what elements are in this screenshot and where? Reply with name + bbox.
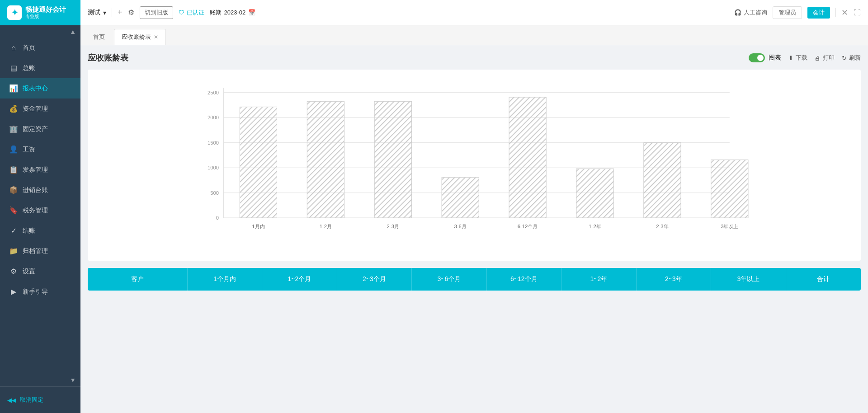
sidebar-item-tax-label: 税务管理: [23, 206, 48, 215]
sidebar-item-payroll-label: 工资: [23, 145, 35, 154]
project-name: 测试: [88, 9, 100, 17]
sidebar-item-guide-label: 新手引导: [23, 288, 48, 296]
guide-icon: ▶: [9, 287, 18, 296]
period-selector[interactable]: 账期 2023-02 📅: [210, 9, 256, 17]
svg-text:2500: 2500: [208, 90, 219, 95]
sidebar-item-home[interactable]: ⌂ 首页: [0, 38, 80, 58]
tab-home[interactable]: 首页: [86, 29, 112, 45]
bar-chart: 0 500 1000 1500 2000 2500 1月内 1-2月: [97, 79, 852, 250]
bar-3-6月: [442, 178, 479, 218]
print-button[interactable]: 🖨 打印: [815, 54, 835, 62]
scroll-down-button[interactable]: ▼: [68, 375, 78, 385]
assets-icon: 🏢: [9, 125, 18, 133]
tax-icon: 🔖: [9, 206, 18, 215]
sidebar-item-assets[interactable]: 🏢 固定资产: [0, 119, 80, 139]
tab-ar-aging[interactable]: 应收账龄表 ✕: [114, 29, 166, 45]
sidebar-bottom: ◀◀ 取消固定: [0, 386, 80, 413]
sidebar-item-assets-label: 固定资产: [23, 125, 48, 133]
chart-toggle-label: 图表: [769, 54, 781, 62]
col-2-3month: 2~3个月: [337, 268, 412, 291]
download-icon: ⬇: [788, 55, 793, 61]
col-1month: 1个月内: [188, 268, 262, 291]
app-edition: 专业版: [25, 14, 66, 20]
scroll-up-button[interactable]: ▲: [68, 26, 78, 37]
support-label: 人工咨询: [744, 9, 767, 17]
table-container: 客户 1个月内 1~2个月 2~3个月 3~6个月 6~12个月 1~2年 2~…: [88, 268, 861, 291]
close-button[interactable]: ✕: [841, 8, 848, 18]
chevron-down-icon: ▾: [103, 9, 106, 16]
chart-toggle[interactable]: [749, 53, 765, 62]
refresh-button[interactable]: ↻ 刷新: [842, 54, 861, 62]
page-area: 应收账龄表 图表 ⬇ 下载 🖨 打印 ↻ 刷新: [80, 45, 868, 413]
sidebar-menu: ⌂ 首页 ▤ 总账 📊 报表中心 💰 资金管理 🏢 固定资产 👤 工资 📋 发票…: [0, 38, 80, 374]
sidebar-item-trade-label: 进销台账: [23, 186, 48, 194]
expand-button[interactable]: ⛶: [854, 9, 861, 17]
trade-icon: 📦: [9, 186, 18, 194]
download-button[interactable]: ⬇ 下载: [788, 54, 807, 62]
svg-text:500: 500: [210, 190, 219, 196]
add-button[interactable]: +: [118, 8, 123, 17]
svg-text:3-6月: 3-6月: [454, 224, 467, 229]
svg-text:2-3月: 2-3月: [387, 224, 399, 229]
shield-icon: 🛡: [179, 9, 184, 16]
sidebar-item-reports-label: 报表中心: [23, 84, 48, 93]
sidebar-item-settings[interactable]: ⚙ 设置: [0, 261, 80, 282]
sidebar-item-closing-label: 结账: [23, 227, 35, 235]
old-version-label: 切到旧版: [145, 9, 168, 16]
logo-icon: ✦: [7, 5, 22, 20]
bar-6-12月: [509, 97, 546, 218]
svg-text:0: 0: [216, 215, 219, 221]
bar-1-2年: [576, 169, 613, 218]
svg-text:1月内: 1月内: [252, 224, 264, 229]
sidebar-item-funds[interactable]: 💰 资金管理: [0, 99, 80, 119]
sidebar-item-tax[interactable]: 🔖 税务管理: [0, 200, 80, 221]
svg-text:6-12个月: 6-12个月: [518, 224, 538, 229]
svg-text:1000: 1000: [208, 165, 219, 170]
sidebar-item-reports[interactable]: 📊 报表中心: [0, 78, 80, 99]
bar-1-2月: [307, 101, 344, 218]
role-label: 会计: [813, 9, 825, 16]
sidebar-item-funds-label: 资金管理: [23, 105, 48, 113]
sidebar-item-guide[interactable]: ▶ 新手引导: [0, 282, 80, 302]
sidebar-item-closing[interactable]: ✓ 结账: [0, 221, 80, 241]
support-button[interactable]: 🎧 人工咨询: [734, 9, 767, 17]
sidebar-item-trade[interactable]: 📦 进销台账: [0, 180, 80, 200]
tab-close-icon[interactable]: ✕: [154, 34, 158, 40]
sidebar-item-ledger-label: 总账: [23, 64, 35, 72]
project-selector[interactable]: 测试 ▾: [88, 9, 106, 17]
sidebar-item-ledger[interactable]: ▤ 总账: [0, 58, 80, 78]
col-customer: 客户: [88, 268, 188, 291]
refresh-icon: ↻: [842, 55, 847, 61]
divider-1: [112, 8, 112, 17]
unpin-button[interactable]: ◀◀ 取消固定: [0, 391, 80, 408]
sidebar-item-settings-label: 设置: [23, 268, 35, 276]
topbar-settings-button[interactable]: ⚙: [128, 8, 134, 17]
report-header: 应收账龄表 图表 ⬇ 下载 🖨 打印 ↻ 刷新: [88, 52, 861, 63]
role-button[interactable]: 会计: [807, 7, 830, 19]
pin-label: 取消固定: [20, 396, 43, 404]
verified-label: 已认证: [187, 9, 204, 17]
col-total: 合计: [786, 268, 861, 291]
settings-icon: ⚙: [9, 267, 18, 276]
old-version-button[interactable]: 切到旧版: [140, 6, 173, 19]
sidebar-item-archive[interactable]: 📁 归档管理: [0, 241, 80, 261]
svg-text:2-3年: 2-3年: [656, 224, 668, 229]
print-icon: 🖨: [815, 55, 821, 61]
app-name: 畅捷通好会计: [25, 5, 66, 14]
user-label: 管理员: [778, 9, 796, 16]
col-1-2month: 1~2个月: [262, 268, 337, 291]
sidebar-item-payroll[interactable]: 👤 工资: [0, 139, 80, 160]
home-icon: ⌂: [9, 44, 18, 52]
archive-icon: 📁: [9, 247, 18, 255]
topbar: 测试 ▾ + ⚙ 切到旧版 🛡 已认证 账期 2023-02 📅 🎧 人工咨询 …: [80, 0, 868, 25]
sidebar-item-invoice[interactable]: 📋 发票管理: [0, 160, 80, 180]
main-content: 测试 ▾ + ⚙ 切到旧版 🛡 已认证 账期 2023-02 📅 🎧 人工咨询 …: [80, 0, 868, 413]
payroll-icon: 👤: [9, 145, 18, 154]
pin-icon: ◀◀: [7, 397, 16, 404]
bar-2-3月: [374, 101, 411, 218]
user-button[interactable]: 管理员: [773, 6, 802, 19]
print-label: 打印: [823, 54, 835, 62]
svg-text:1-2月: 1-2月: [320, 224, 332, 229]
tab-ar-aging-label: 应收账龄表: [122, 33, 151, 41]
report-actions: 图表 ⬇ 下载 🖨 打印 ↻ 刷新: [749, 53, 861, 62]
